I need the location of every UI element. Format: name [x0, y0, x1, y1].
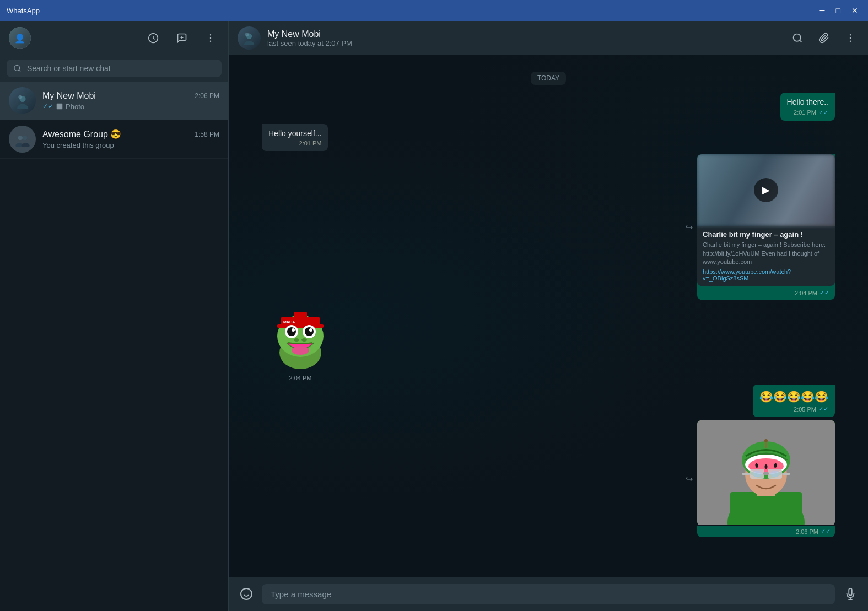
svg-rect-26 [277, 324, 324, 328]
active-chat-avatar[interactable] [238, 26, 261, 50]
active-chat-avatar-icon [242, 31, 256, 45]
svg-rect-40 [730, 492, 802, 525]
message-input[interactable] [262, 584, 835, 604]
app-body: 👤 [0, 21, 868, 611]
svg-point-55 [770, 471, 779, 477]
bubble-meta: 2:01 PM ✓✓ [787, 109, 828, 116]
message-row-image: ↪ [262, 420, 835, 537]
svg-rect-53 [782, 473, 790, 475]
check-icon-emoji: ✓✓ [818, 405, 828, 413]
svg-point-34 [309, 328, 312, 332]
sidebar-header: 👤 [0, 21, 228, 55]
message-row-hello-yourself: Hello yourself... 2:01 PM [262, 124, 835, 152]
link-title: Charlie bit my finger – again ! [703, 230, 829, 239]
active-chat-status: last seen today at 2:07 PM [267, 39, 352, 47]
active-chat-name: My New Mobi [267, 29, 352, 39]
svg-point-19 [794, 34, 801, 41]
user-avatar[interactable]: 👤 [9, 27, 31, 49]
emoji-picker-button[interactable] [238, 585, 255, 603]
svg-point-36 [294, 338, 299, 342]
chat-search-icon[interactable] [789, 29, 806, 47]
maximize-button[interactable]: □ [833, 5, 844, 16]
group-chat-name: Awesome Group 😎 [42, 129, 121, 139]
message-input-area [229, 577, 868, 611]
svg-point-13 [23, 136, 27, 140]
chat-info-my-new-mobi: My New Mobi 2:06 PM ✓✓ Photo [42, 91, 219, 111]
svg-point-4 [210, 37, 212, 39]
status-icon[interactable] [144, 29, 162, 47]
bubble-time: 2:01 PM [794, 109, 816, 116]
chat-info-awesome-group: Awesome Group 😎 1:58 PM You created this… [42, 129, 219, 149]
search-bar [0, 55, 228, 82]
svg-point-12 [18, 136, 22, 140]
group-chat-preview: You created this group [42, 141, 219, 149]
bubble-hello-yourself: Hello yourself... 2:01 PM [262, 124, 328, 152]
image-bubble-meta: 2:06 PM ✓✓ [697, 526, 835, 537]
link-desc: Charlie bit my finger – again ! Subscrib… [703, 241, 829, 266]
user-avatar-img: 👤 [9, 27, 31, 49]
sidebar-menu-icon[interactable] [202, 29, 219, 47]
svg-point-35 [292, 346, 309, 355]
svg-point-20 [850, 34, 851, 35]
chat-item-awesome-group[interactable]: Awesome Group 😎 1:58 PM You created this… [0, 120, 228, 159]
play-button[interactable]: ▶ [754, 178, 778, 202]
svg-point-9 [18, 95, 22, 99]
svg-point-5 [210, 41, 212, 42]
chat-header-left: My New Mobi last seen today at 2:07 PM [238, 26, 352, 50]
person-avatar-icon [15, 93, 30, 109]
app-title: WhatsApp [7, 7, 40, 15]
image-check-icon: ✓✓ [821, 528, 831, 535]
chat-header-info: My New Mobi last seen today at 2:07 PM [267, 29, 352, 47]
link-url: https://www.youtube.com/watch?v=_OBlgSz8… [703, 268, 829, 282]
svg-point-32 [305, 327, 314, 336]
chat-item-my-new-mobi[interactable]: My New Mobi 2:06 PM ✓✓ Photo [0, 82, 228, 120]
new-chat-icon[interactable] [173, 29, 191, 47]
attach-icon[interactable] [815, 29, 833, 47]
svg-point-37 [301, 338, 307, 342]
mic-button[interactable] [842, 585, 859, 603]
title-bar: WhatsApp ─ □ ✕ [0, 0, 868, 21]
youtube-link-card[interactable]: ▶ Charlie bit my finger – again ! Charli… [697, 154, 835, 286]
chat-avatar-awesome-group [9, 126, 36, 153]
chat-list: My New Mobi 2:06 PM ✓✓ Photo [0, 82, 228, 611]
bubble-time-received: 2:01 PM [299, 140, 322, 147]
image-message-container: 2:06 PM ✓✓ [697, 420, 835, 537]
svg-point-31 [287, 327, 296, 336]
svg-rect-27 [294, 312, 307, 318]
close-button[interactable]: ✕ [848, 5, 861, 16]
svg-point-6 [14, 65, 20, 71]
chat-name: My New Mobi [42, 91, 96, 101]
bubble-meta-emoji: 2:05 PM ✓✓ [759, 405, 828, 413]
svg-point-33 [292, 328, 295, 332]
forward-icon-image: ↪ [686, 474, 693, 484]
message-row-hello-there: Hello there.. 2:01 PM ✓✓ [262, 93, 835, 121]
sticker-time: 2:04 PM [262, 375, 339, 381]
minimize-button[interactable]: ─ [816, 5, 828, 16]
chat-area: My New Mobi last seen today at 2:07 PM [229, 21, 868, 611]
chat-header-right [789, 29, 859, 47]
group-chat-time: 1:58 PM [195, 131, 219, 138]
svg-point-18 [245, 33, 249, 36]
chat-name-row-group: Awesome Group 😎 1:58 PM [42, 129, 219, 139]
svg-point-57 [764, 439, 768, 442]
link-info: Charlie bit my finger – again ! Charlie … [697, 226, 835, 286]
message-row-youtube: ↪ ▶ Charlie bit my finger – again ! C [262, 154, 835, 300]
date-badge: TODAY [531, 72, 566, 85]
bubble-meta-received: 2:01 PM [268, 140, 321, 147]
search-input[interactable] [27, 64, 215, 73]
message-row-emoji: 😂😂😂😂😂 2:05 PM ✓✓ [262, 385, 835, 417]
window-controls: ─ □ ✕ [816, 5, 861, 16]
image-message[interactable] [697, 420, 835, 525]
bubble-hello-there: Hello there.. 2:01 PM ✓✓ [780, 93, 835, 121]
chat-menu-icon[interactable] [842, 29, 859, 47]
search-icon [13, 64, 21, 73]
double-check-icon: ✓✓ [42, 102, 53, 110]
svg-point-47 [765, 464, 768, 469]
group-avatar-icon [15, 132, 30, 147]
message-row-sticker: MAGA [262, 303, 835, 381]
check-icon-youtube: ✓✓ [820, 289, 829, 296]
svg-point-58 [241, 588, 252, 599]
search-input-wrap [7, 60, 222, 77]
svg-text:MAGA: MAGA [283, 320, 295, 324]
chat-header: My New Mobi last seen today at 2:07 PM [229, 21, 868, 55]
